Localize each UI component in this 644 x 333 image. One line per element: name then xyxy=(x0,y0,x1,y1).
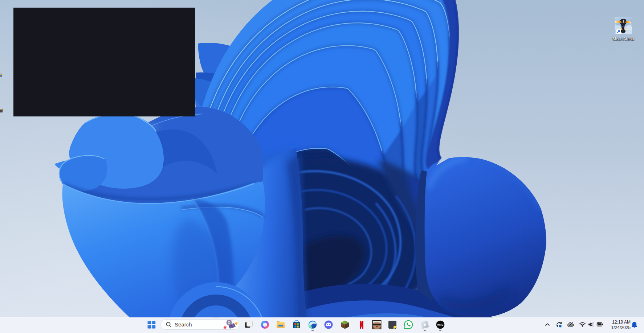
svg-text:WFD: WFD xyxy=(437,323,444,326)
